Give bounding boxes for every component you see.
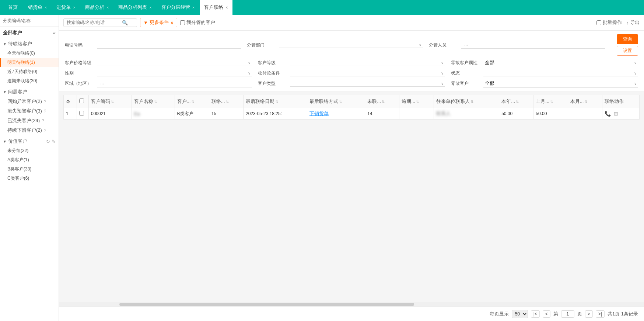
sidebar-item-ungrouped[interactable]: 未分组(32) — [0, 146, 59, 155]
close-icon[interactable]: × — [149, 5, 151, 10]
collapse-icon[interactable]: « — [53, 30, 56, 36]
sidebar-item-classA[interactable]: A类客户(1) — [0, 155, 59, 165]
page-size-select[interactable]: 50 — [512, 310, 528, 318]
nav-item-sales[interactable]: 销货单 × — [24, 0, 51, 15]
filter-retail-attr-select[interactable]: 全部 ∨ — [483, 59, 638, 67]
nav-item-purchase[interactable]: 进货单 × — [52, 0, 80, 15]
chevron-up-icon: ∧ — [170, 20, 174, 25]
th-this-month[interactable]: 本月... ⇅ — [568, 95, 602, 108]
filter-gender-select[interactable]: ∨ — [97, 70, 252, 76]
phone-icon[interactable]: 📞 — [605, 111, 611, 117]
nav-item-product-analysis-list[interactable]: 商品分析列表 × — [114, 0, 156, 15]
sidebar-item-classC[interactable]: C类客户(6) — [0, 174, 59, 183]
filter-price-level-select[interactable]: ∨ — [97, 60, 252, 66]
sidebar-search-input[interactable] — [3, 18, 58, 23]
close-icon[interactable]: × — [106, 5, 109, 10]
first-page-button[interactable]: |< — [531, 310, 540, 318]
settings-button[interactable]: 设置 — [617, 46, 638, 56]
sidebar-item-warning[interactable]: 流失预警客户(3) ? — [0, 106, 59, 116]
nav-item-customer-contact[interactable]: 客户联络 × — [200, 0, 232, 15]
toolbar-search-input[interactable] — [67, 20, 122, 25]
scroll-bar-thumb[interactable] — [119, 303, 414, 306]
sidebar-item-abnormal[interactable]: 回购异常客户(2) ? — [0, 97, 59, 106]
filter-field-price-level: 客户价格等级 ∨ — [65, 60, 252, 66]
filter-customer-type-label: 客户类型 — [258, 80, 287, 87]
filter-retail-customer-select[interactable]: 全部 ∨ — [483, 79, 638, 88]
nav-home[interactable]: 首页 — [3, 0, 23, 15]
sidebar-item-declining[interactable]: 持续下滑客户(2) ? — [0, 125, 59, 135]
grid-icon[interactable]: ⊞ — [614, 111, 618, 117]
table-row: 1 000021 Ea B类客户 15 2023-05-23 18:25: 下销… — [64, 108, 640, 120]
th-last-contact-method[interactable]: 最后联络方式 ⇅ — [307, 95, 365, 108]
filter-dept-select[interactable]: ∨ — [279, 42, 423, 48]
filter-manager-select[interactable]: ··· — [461, 41, 605, 49]
th-unit-contact[interactable]: 往来单位联系人 ⇅ — [434, 95, 499, 108]
th-code[interactable]: 客户编码 ⇅ — [89, 95, 132, 108]
close-icon[interactable]: × — [225, 5, 228, 10]
refresh-icon[interactable]: ↻ — [46, 139, 50, 144]
nav-item-customer-segment[interactable]: 客户分层经营 × — [157, 0, 199, 15]
my-customers-checkbox[interactable] — [180, 20, 185, 25]
th-last-month[interactable]: 上月... ⇅ — [533, 95, 568, 108]
page-suffix: 页 — [577, 311, 582, 317]
batch-op-button[interactable]: 批量操作 — [596, 19, 622, 26]
sidebar-item-lost[interactable]: 已流失客户(24) ? — [0, 116, 59, 125]
select-all-checkbox[interactable] — [79, 99, 84, 103]
filter-field-payment: 收付款条件 ∨ — [258, 70, 445, 76]
scroll-bar-area[interactable] — [59, 302, 644, 307]
last-page-button[interactable]: >| — [596, 310, 605, 318]
dots-icon[interactable]: ··· — [100, 81, 104, 86]
export-button[interactable]: ↑ 导出 — [626, 19, 640, 26]
search-icon[interactable]: 🔍 — [122, 20, 128, 25]
sidebar-item-classB[interactable]: B类客户(33) — [0, 165, 59, 174]
filter-phone-input[interactable] — [97, 42, 241, 49]
filter-customer-level-select[interactable]: ∨ — [290, 60, 445, 66]
td-name[interactable]: Ea — [132, 108, 175, 120]
main-layout: 🔍 全部客户 « ▼ 待联络客户 今天待联络(0) 明天待联络(1) 近7天待联… — [0, 15, 644, 321]
batch-op-checkbox[interactable] — [596, 20, 601, 25]
filter-status-select[interactable]: ∨ — [483, 70, 638, 76]
close-icon[interactable]: × — [73, 5, 75, 10]
th-type[interactable]: 客户... ⇅ — [175, 95, 209, 108]
th-contact[interactable]: 联络... ⇅ — [209, 95, 243, 108]
td-last-contact-method[interactable]: 下销货单 — [307, 108, 365, 120]
td-contact: 15 — [209, 108, 243, 120]
th-no-contact[interactable]: 未联... ⇅ — [365, 95, 399, 108]
filter-region-select[interactable]: ··· — [97, 80, 252, 87]
filter-panel: 电话号码 分管部门 ∨ 分管人员 ··· 查询 设置 — [59, 31, 644, 92]
all-customers-header[interactable]: 全部客户 « — [0, 27, 59, 38]
filter-customer-type-select[interactable]: ∨ — [290, 81, 445, 87]
th-overdue[interactable]: 逾期... ⇅ — [399, 95, 434, 108]
th-name[interactable]: 客户名称 ⇅ — [132, 95, 175, 108]
th-last-contact-date[interactable]: 最后联络日期 ⇅ — [243, 95, 307, 108]
dots-icon[interactable]: ··· — [464, 42, 468, 48]
more-filter-button[interactable]: ▼ 更多条件 ∧ — [140, 18, 177, 27]
sidebar-item-today[interactable]: 今天待联络(0) — [0, 49, 59, 58]
query-button[interactable]: 查询 — [617, 34, 638, 44]
filter-field-retail-customer: 零散客户 全部 ∨ — [451, 79, 638, 88]
filter-field-retail-attr: 零散客户属性 全部 ∨ — [451, 59, 638, 67]
close-icon[interactable]: × — [192, 5, 195, 10]
close-icon[interactable]: × — [45, 5, 47, 10]
sidebar-item-overdue[interactable]: 逾期未联络(30) — [0, 76, 59, 86]
prev-page-button[interactable]: < — [543, 310, 550, 318]
table-settings-icon[interactable]: ⚙ — [66, 99, 70, 104]
sidebar-item-7days[interactable]: 近7天待联络(0) — [0, 67, 59, 76]
next-page-button[interactable]: > — [585, 310, 593, 318]
th-checkbox[interactable] — [77, 95, 89, 108]
nav-item-product-analysis[interactable]: 商品分析 × — [81, 0, 113, 15]
td-checkbox[interactable] — [77, 108, 89, 120]
td-overdue — [399, 108, 434, 120]
sort-icon: ⇅ — [416, 100, 419, 104]
sidebar-item-tomorrow[interactable]: 明天待联络(1) — [0, 58, 59, 67]
filter-field-customer-type: 客户类型 ∨ — [258, 80, 445, 87]
th-this-year[interactable]: 本年... ⇅ — [499, 95, 533, 108]
my-customers-checkbox-label[interactable]: 我分管的客户 — [180, 19, 215, 26]
th-settings[interactable]: ⚙ — [64, 95, 77, 108]
row-checkbox[interactable] — [79, 111, 84, 115]
help-icon: ? — [44, 128, 46, 132]
filter-payment-select[interactable]: ∨ — [290, 70, 445, 76]
filter-region-label: 区域（地区） — [65, 80, 94, 87]
page-number-input[interactable] — [561, 310, 574, 318]
edit-icon[interactable]: ✎ — [52, 139, 56, 144]
